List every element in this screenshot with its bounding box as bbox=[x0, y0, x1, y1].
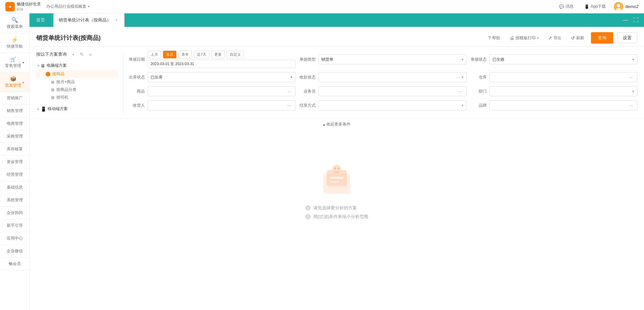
out-status-label: 出库状态 bbox=[129, 74, 145, 80]
user-info-area[interactable]: demo2 bbox=[614, 2, 639, 11]
page-title: 销货单统计计表(按商品) bbox=[36, 34, 101, 42]
payment-status-selector[interactable]: ··· ▾ bbox=[318, 72, 466, 82]
sidebar-member-label: 畅会员 bbox=[1, 261, 28, 267]
date-btn-more[interactable]: 更多 bbox=[211, 51, 225, 58]
sidebar-item-enterprise[interactable]: 企业协同 bbox=[0, 207, 29, 219]
sidebar-item-marketing[interactable]: 营销推广 bbox=[0, 92, 29, 105]
brand-selector[interactable]: ··· bbox=[489, 100, 637, 110]
settings-button[interactable]: 设置 bbox=[617, 33, 637, 43]
payment-method-selector[interactable]: ▾ bbox=[318, 100, 466, 110]
export-button[interactable]: ↗ 导出 bbox=[545, 34, 564, 42]
doc-status-field: 单据状态 已生效 ▾ bbox=[471, 54, 637, 64]
mobile-group-label[interactable]: ▸ 📱 移动端方案 bbox=[36, 105, 118, 113]
sidebar-item-retail[interactable]: 🛒 零售管理 ▾ bbox=[0, 53, 29, 72]
mobile-scheme-group: ▸ 📱 移动端方案 bbox=[36, 102, 118, 114]
sidebar-item-search[interactable]: 🔍 搜索菜单 bbox=[0, 13, 29, 33]
sidebar-inventory-label: 库存核算 bbox=[1, 146, 28, 152]
sidebar-item-wechat[interactable]: 企业微信 bbox=[0, 245, 29, 258]
help-button[interactable]: ? 帮助 bbox=[485, 34, 503, 42]
workspace-selector[interactable]: 办公用品行业模拟账套 ▾ bbox=[44, 2, 93, 11]
main-layout: 🔍 搜索菜单 ⚡ 快捷导航 🛒 零售管理 ▾ 📦 批发管理 ▴ 营销推广 销售管… bbox=[0, 13, 644, 310]
brand-label: 品牌 bbox=[471, 103, 487, 108]
sidebar-retail-label: 零售管理 bbox=[5, 63, 21, 69]
salesperson-dots-icon[interactable]: ··· bbox=[457, 89, 464, 94]
sidebar-wholesale-label: 批发管理 bbox=[5, 83, 21, 88]
sidebar-item-basic-info[interactable]: 基础信息 bbox=[0, 181, 29, 194]
desktop-group-text: 电脑端方案 bbox=[47, 63, 67, 68]
tip-text-1: 请先选择要分析的方案 bbox=[313, 205, 357, 211]
department-selector[interactable]: ▾ bbox=[489, 86, 637, 96]
sidebar-item-system[interactable]: 系统管理 bbox=[0, 194, 29, 207]
app-download-button[interactable]: 📱 App下载 bbox=[582, 2, 608, 11]
sidebar-enterprise-label: 企业协同 bbox=[1, 210, 28, 216]
warehouse-field: 仓库 ··· bbox=[471, 72, 637, 82]
tab-home[interactable]: 首页 bbox=[30, 13, 52, 27]
mobile-group-arrow-icon: ▸ bbox=[38, 107, 39, 111]
warehouse-dots-icon[interactable]: ··· bbox=[628, 74, 634, 80]
scheme-add-button[interactable]: + bbox=[69, 51, 77, 58]
sidebar-item-newuser[interactable]: 新手引导 bbox=[0, 219, 29, 232]
scheme-item-by-month-product[interactable]: ▦ 按月+商品 bbox=[36, 78, 118, 86]
warehouse-selector[interactable]: ··· bbox=[489, 72, 637, 82]
scheme-item-by-category[interactable]: ▦ 按商品分类 bbox=[36, 86, 118, 94]
date-btn-this-month[interactable]: 本月 bbox=[163, 51, 176, 58]
date-btn-custom[interactable]: 自定义 bbox=[227, 51, 244, 58]
receiver-field: 收货人 ··· bbox=[129, 100, 296, 110]
query-button[interactable]: 查询 bbox=[591, 32, 613, 44]
sidebar-item-ecommerce[interactable]: 电商管理 bbox=[0, 117, 29, 130]
tab-maximize-button[interactable]: ⛶ bbox=[632, 16, 640, 24]
sidebar-quicknav-label: 快捷导航 bbox=[1, 44, 28, 49]
scheme-item-by-driver[interactable]: ▦ 按司机 bbox=[36, 94, 118, 101]
payment-status-dots-icon[interactable]: ··· bbox=[455, 74, 462, 80]
receiver-dots-icon[interactable]: ··· bbox=[286, 103, 293, 108]
receiver-selector[interactable]: ··· bbox=[148, 100, 296, 110]
sidebar-item-appcenter[interactable]: 应用中心 bbox=[0, 232, 29, 245]
doc-type-selector[interactable]: 销货单 ▾ bbox=[318, 54, 466, 64]
date-btn-last-month[interactable]: 上月 bbox=[148, 51, 161, 58]
payment-method-chevron-icon: ▾ bbox=[462, 103, 464, 108]
tab-active-report[interactable]: 销货单统计计表（按商品） × bbox=[53, 13, 124, 27]
date-field: 单据日期 上月 本月 本年 近7天 更多 自定义 bbox=[129, 51, 296, 68]
collapse-bar[interactable]: ▴ 收起更多条件 bbox=[30, 118, 644, 130]
scheme-title: 按以下方案查询 bbox=[36, 51, 67, 57]
date-btn-this-year[interactable]: 本年 bbox=[178, 51, 192, 58]
sidebar-item-sales[interactable]: 销售管理 bbox=[0, 105, 29, 117]
desktop-group-label[interactable]: ▾ 🖥 电脑端方案 bbox=[36, 61, 118, 70]
doc-status-chevron-icon: ▾ bbox=[632, 57, 634, 62]
sidebar-item-inventory[interactable]: 库存核算 bbox=[0, 143, 29, 156]
header-right: 💬 消息 📱 App下载 demo2 bbox=[556, 2, 639, 11]
svg-point-10 bbox=[337, 167, 339, 169]
product-label: 商品 bbox=[129, 89, 145, 94]
sidebar-item-purchase[interactable]: 采购管理 bbox=[0, 130, 29, 143]
filter-scheme-panel: 按以下方案查询 + ✎ « bbox=[36, 51, 123, 114]
date-btn-last-7-days[interactable]: 近7天 bbox=[194, 51, 209, 58]
scheme-item-by-product[interactable]: 按商品 bbox=[36, 70, 118, 78]
product-selector[interactable]: ··· bbox=[148, 86, 296, 96]
brand-dots-icon[interactable]: ··· bbox=[628, 103, 634, 108]
date-label: 单据日期 bbox=[129, 57, 145, 62]
sidebar-item-quicknav[interactable]: ⚡ 快捷导航 bbox=[0, 33, 29, 53]
scheme-add-icon: + bbox=[72, 52, 74, 57]
workspace-chevron-icon: ▾ bbox=[88, 4, 90, 9]
refresh-button[interactable]: ↺ 刷新 bbox=[568, 34, 587, 42]
workspace-label: 办公用品行业模拟账套 bbox=[46, 4, 87, 9]
sidebar-item-member[interactable]: 畅会员 bbox=[0, 258, 29, 270]
wholesale-expand-icon: ▴ bbox=[22, 80, 24, 84]
messages-button[interactable]: 💬 消息 bbox=[556, 2, 576, 11]
date-range-display[interactable]: 2023-03-01 至 2023-03-31 bbox=[148, 60, 296, 68]
doc-status-selector[interactable]: 已生效 ▾ bbox=[489, 54, 637, 64]
salesperson-selector[interactable]: ··· bbox=[318, 86, 466, 96]
sidebar-item-operations[interactable]: 经营管理 bbox=[0, 168, 29, 181]
scheme-collapse-button[interactable]: « bbox=[87, 51, 94, 58]
tab-minimize-button[interactable]: — bbox=[621, 16, 629, 24]
sidebar-item-finance[interactable]: 资金管理 bbox=[0, 156, 29, 168]
page-header: 销货单统计计表(按商品) ? 帮助 🖨 按模板打印 ▾ ↗ bbox=[30, 27, 644, 47]
product-dots-icon[interactable]: ··· bbox=[286, 89, 293, 94]
mobile-group-text: 移动端方案 bbox=[48, 106, 68, 112]
template-print-button[interactable]: 🖨 按模板打印 ▾ bbox=[507, 34, 541, 42]
svg-rect-11 bbox=[322, 185, 352, 187]
tab-close-button[interactable]: × bbox=[114, 17, 119, 23]
out-status-selector[interactable]: 已出库 ▾ bbox=[148, 72, 296, 82]
scheme-edit-button[interactable]: ✎ bbox=[78, 51, 86, 58]
sidebar-item-wholesale[interactable]: 📦 批发管理 ▴ bbox=[0, 72, 29, 92]
